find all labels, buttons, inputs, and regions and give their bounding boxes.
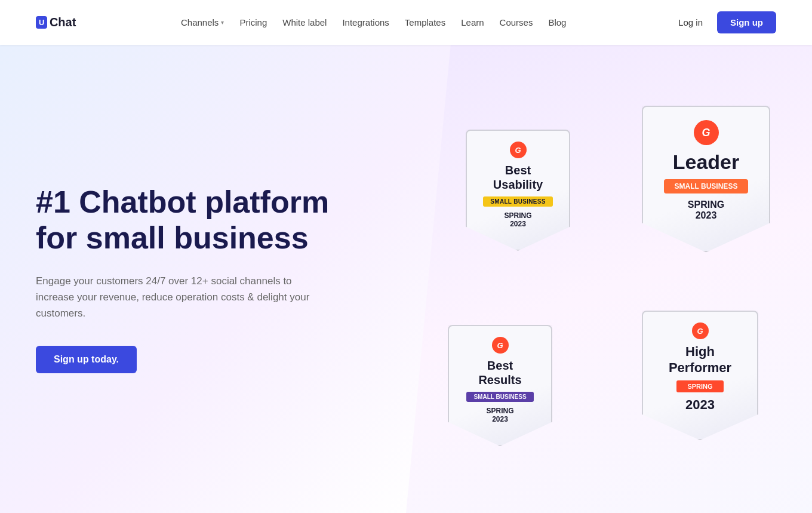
nav-item-templates[interactable]: Templates <box>399 14 451 31</box>
g2-logo-usability: G <box>510 142 527 158</box>
signup-button[interactable]: Sign up <box>717 11 776 33</box>
nav-item-whitelabel[interactable]: White label <box>276 14 333 31</box>
badge-usability-title: BestUsability <box>493 163 543 192</box>
badge-performer-tag: SPRING <box>676 380 723 392</box>
badges-area: G BestUsability Small Business SPRING202… <box>442 106 776 452</box>
badge-usability-tag: Small Business <box>483 196 552 207</box>
g2-logo-results: G <box>492 337 509 354</box>
logo-text: Chat <box>50 16 76 29</box>
nav-links: Channels ▾ Pricing White label Integrati… <box>175 14 572 31</box>
badge-results: G BestResults Small Business SPRING2023 <box>448 325 552 446</box>
badge-results-tag: Small Business <box>466 392 533 402</box>
hero-section: #1 Chatbot platform for small business E… <box>0 45 812 513</box>
hero-subtitle: Engage your customers 24/7 over 12+ soci… <box>36 273 322 322</box>
badge-usability-season: SPRING2023 <box>504 211 531 228</box>
nav-item-blog[interactable]: Blog <box>542 14 572 31</box>
chevron-down-icon: ▾ <box>221 19 224 26</box>
badge-leader: G Leader Small Business SPRING2023 <box>642 106 770 252</box>
hero-title: #1 Chatbot platform for small business <box>36 185 334 256</box>
badge-usability: G BestUsability Small Business SPRING202… <box>466 130 570 251</box>
nav-actions: Log in Sign up <box>671 11 776 33</box>
nav-item-channels[interactable]: Channels ▾ <box>175 14 230 31</box>
login-button[interactable]: Log in <box>671 14 710 31</box>
cta-button[interactable]: Sign up today. <box>36 346 137 373</box>
logo-icon: U <box>36 16 47 29</box>
badge-performer: G HighPerformer SPRING 2023 <box>642 311 758 440</box>
nav-item-integrations[interactable]: Integrations <box>336 14 395 31</box>
badge-results-season: SPRING2023 <box>486 407 513 423</box>
logo[interactable]: U Chat <box>36 16 76 29</box>
navbar: U Chat Channels ▾ Pricing White label In… <box>0 0 812 45</box>
badge-leader-tag: Small Business <box>664 179 749 193</box>
hero-content: #1 Chatbot platform for small business E… <box>0 137 370 420</box>
nav-item-learn[interactable]: Learn <box>455 14 490 31</box>
g2-logo-leader: G <box>694 120 719 145</box>
badge-performer-season: 2023 <box>685 397 715 413</box>
badge-results-title: BestResults <box>478 358 521 387</box>
badge-leader-title: Leader <box>673 151 740 173</box>
nav-item-pricing[interactable]: Pricing <box>233 14 273 31</box>
g2-logo-performer: G <box>692 322 709 339</box>
nav-item-courses[interactable]: Courses <box>494 14 539 31</box>
badge-leader-season: SPRING2023 <box>688 199 724 221</box>
badge-performer-title: HighPerformer <box>669 344 731 376</box>
